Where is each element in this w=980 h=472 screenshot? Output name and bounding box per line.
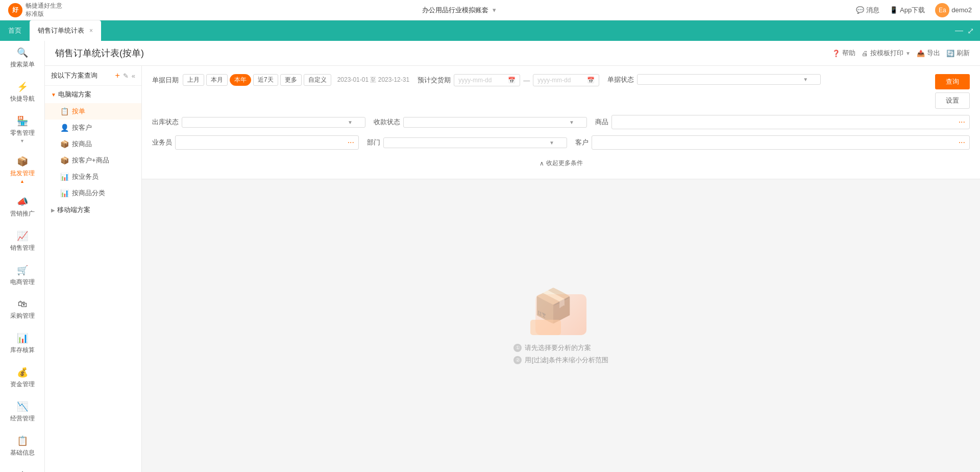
workspace-dropdown-icon[interactable]: ▾	[493, 6, 496, 14]
filter-panel: 单据日期 上月 本月 本年 近7天 更多 自定义 2023-01-01 至 20…	[142, 66, 980, 179]
sidebar-item-purchase[interactable]: 🛍 采购管理	[0, 293, 44, 326]
sidebar-item-marketing[interactable]: 📣 营销推广	[0, 190, 44, 224]
retail-icon: 🏪	[17, 115, 28, 127]
sidebar-item-operations[interactable]: 📉 经营管理	[0, 395, 44, 429]
salesman-more-icon[interactable]: ···	[348, 138, 354, 147]
tab-bar-controls: — ⤢	[955, 26, 980, 36]
scheme-panel: 按以下方案查询 + ✎ « ▼ 电脑端方案 📋 按单	[45, 66, 142, 472]
tab-sales-order-stat[interactable]: 销售订单统计表 ×	[30, 20, 101, 41]
pc-group-title[interactable]: ▼ 电脑端方案	[45, 86, 141, 103]
content-wrapper: 按以下方案查询 + ✎ « ▼ 电脑端方案 📋 按单	[45, 66, 980, 472]
department-arrow: ▼	[549, 140, 554, 146]
scheme-item-by-order[interactable]: 📋 按单	[45, 103, 141, 120]
main-layout: 🔍 搜索菜单 ⚡ 快捷导航 🏪 零售管理 ▼ 📦 批发管理 ▲ 📣 营销推广 📈…	[0, 41, 980, 472]
sidebar: 🔍 搜索菜单 ⚡ 快捷导航 🏪 零售管理 ▼ 📦 批发管理 ▲ 📣 营销推广 📈…	[0, 41, 45, 472]
edit-scheme-button[interactable]: ✎	[123, 72, 129, 80]
data-content: 📦 ① 请先选择要分析的方案 ② 用[过滤]条件来缩小分析	[142, 179, 980, 472]
collapse-bar[interactable]: ∧ 收起更多条件	[152, 156, 970, 171]
page-header: 销售订单统计表(按单) ❓ 帮助 🖨 按模板打印 ▼ 📤 导出 🔄 刷新	[45, 41, 980, 66]
goods-label: 商品	[595, 117, 608, 127]
date-btn-this-month[interactable]: 本月	[206, 74, 228, 86]
page-actions: ❓ 帮助 🖨 按模板打印 ▼ 📤 导出 🔄 刷新	[832, 49, 970, 58]
sidebar-item-finance[interactable]: 💰 资金管理	[0, 361, 44, 395]
tab-home[interactable]: 首页	[0, 20, 30, 41]
pc-scheme-group: ▼ 电脑端方案 📋 按单 👤 按客户 📦 按商品	[45, 86, 141, 201]
sidebar-item-system[interactable]: ⚙ 系统管理	[0, 463, 44, 472]
date-btn-custom[interactable]: 自定义	[304, 74, 331, 86]
customer-input[interactable]: ···	[592, 135, 970, 150]
sidebar-item-retail[interactable]: 🏪 零售管理 ▼	[0, 109, 44, 150]
date-btn-more[interactable]: 更多	[280, 74, 302, 86]
out-status-select[interactable]: ▼	[182, 117, 365, 128]
status-select[interactable]: ▼	[637, 74, 821, 85]
sidebar-item-basic-info[interactable]: 📋 基础信息	[0, 429, 44, 463]
wholesale-icon: 📦	[17, 156, 28, 167]
sidebar-item-inventory[interactable]: 📊 库存核算	[0, 326, 44, 361]
add-scheme-button[interactable]: +	[115, 71, 119, 80]
logo-area: 好 畅捷通好生意 标准版	[8, 2, 62, 18]
scheme-item-by-salesman[interactable]: 📊 按业务员	[45, 169, 141, 185]
date-filter-wrapper: 单据日期 上月 本月 本年 近7天 更多 自定义 2023-01-01 至 20…	[152, 74, 409, 86]
workspace-name: 办公用品行业模拟账套	[422, 6, 488, 15]
status-label: 单据状态	[607, 75, 634, 84]
sales-icon: 📈	[17, 230, 28, 242]
out-status-arrow: ▼	[348, 120, 353, 125]
goods-more-icon[interactable]: ···	[959, 117, 965, 127]
app-download-button[interactable]: 📱 App下载	[890, 6, 925, 15]
marketing-icon: 📣	[17, 196, 28, 207]
receipt-status-select[interactable]: ▼	[403, 117, 587, 128]
reset-button[interactable]: 设置	[935, 92, 970, 109]
tab-close-icon[interactable]: ×	[89, 27, 93, 34]
date-btn-this-year[interactable]: 本年	[230, 74, 251, 86]
salesman-input[interactable]: ···	[175, 135, 359, 150]
customer-label: 客户	[575, 138, 589, 147]
predicted-date-start-input[interactable]: yyyy-mm-dd 📅	[454, 74, 520, 86]
search-menu-icon: 🔍	[17, 47, 28, 58]
collapse-scheme-button[interactable]: «	[132, 72, 135, 80]
workspace-selector[interactable]: 办公用品行业模拟账套 ▾	[422, 6, 496, 15]
right-content: 单据日期 上月 本月 本年 近7天 更多 自定义 2023-01-01 至 20…	[142, 66, 980, 472]
sidebar-item-wholesale[interactable]: 📦 批发管理 ▲	[0, 150, 44, 190]
sidebar-item-ecommerce[interactable]: 🛒 电商管理	[0, 258, 44, 293]
out-status-label: 出库状态	[152, 117, 179, 127]
department-wrapper: 部门 ▼	[367, 137, 567, 148]
scheme-item-by-customer[interactable]: 👤 按客户	[45, 120, 141, 136]
receipt-status-arrow: ▼	[569, 120, 574, 125]
query-button[interactable]: 查询	[935, 74, 970, 89]
goods-input[interactable]: ···	[611, 115, 970, 129]
print-button[interactable]: 🖨 按模板打印 ▼	[862, 49, 911, 58]
export-button[interactable]: 📤 导出	[917, 49, 940, 58]
tab-expand-button[interactable]: ⤢	[967, 26, 974, 36]
date-btn-last-7days[interactable]: 近7天	[253, 74, 278, 86]
help-button[interactable]: ❓ 帮助	[832, 49, 855, 58]
system-icon: ⚙	[18, 469, 27, 472]
chevron-down-icon: ▼	[51, 92, 56, 98]
message-button[interactable]: 💬 消息	[856, 6, 879, 15]
scheme-item-by-goods[interactable]: 📦 按商品	[45, 136, 141, 152]
department-select[interactable]: ▼	[383, 137, 567, 148]
print-arrow-icon: ▼	[905, 51, 911, 56]
purchase-icon: 🛍	[18, 299, 27, 310]
calendar-start-icon: 📅	[508, 77, 516, 84]
scheme-item-by-goods-category[interactable]: 📊 按商品分类	[45, 185, 141, 201]
top-bar-left: 好 畅捷通好生意 标准版	[8, 2, 62, 18]
scheme-item-by-customer-goods[interactable]: 📦 按客户+商品	[45, 152, 141, 169]
calendar-end-icon: 📅	[587, 77, 595, 84]
user-profile[interactable]: Ea demo2	[935, 3, 972, 17]
refresh-button[interactable]: 🔄 刷新	[946, 49, 970, 58]
sidebar-item-quicknav[interactable]: ⚡ 快捷导航	[0, 75, 44, 109]
mobile-group-title[interactable]: ▶ 移动端方案	[45, 201, 141, 219]
sidebar-item-sales[interactable]: 📈 销售管理	[0, 224, 44, 258]
tab-minimize-button[interactable]: —	[955, 26, 963, 35]
filter-row-3: 业务员 ··· 部门 ▼	[152, 135, 970, 150]
predicted-date-end-input[interactable]: yyyy-mm-dd 📅	[533, 74, 599, 86]
logo-text: 畅捷通好生意 标准版	[26, 2, 62, 18]
sidebar-item-search[interactable]: 🔍 搜索菜单	[0, 41, 44, 75]
query-btn-group: 查询 设置	[935, 74, 970, 109]
empty-char: 📦	[533, 287, 574, 325]
customer-more-icon[interactable]: ···	[959, 138, 965, 147]
wholesale-arrow: ▲	[20, 179, 24, 184]
scheme-goods-icon: 📦	[60, 140, 69, 148]
tab-bar: 首页 销售订单统计表 × — ⤢	[0, 20, 980, 41]
date-btn-last-month[interactable]: 上月	[183, 74, 204, 86]
